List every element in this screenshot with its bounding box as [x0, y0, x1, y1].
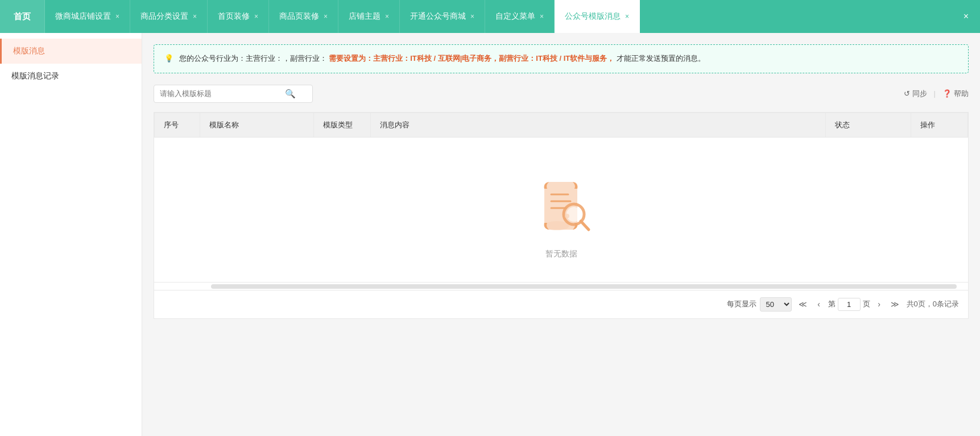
column-header-template-type: 模版类型 [314, 113, 371, 137]
close-tab-product-decoration-icon[interactable]: × [324, 13, 328, 20]
next-page-button[interactable]: › [873, 297, 886, 311]
column-header-message-content: 消息内容 [371, 113, 826, 137]
close-tab-wechat-shop-icon[interactable]: × [115, 13, 119, 20]
sync-button[interactable]: ↺ 同步 [904, 89, 927, 99]
svg-line-6 [581, 221, 589, 230]
last-page-button[interactable]: ≫ [888, 297, 902, 311]
page-unit: 页 [863, 299, 870, 309]
nav-tab-home-decoration[interactable]: 首页装修 × [208, 0, 269, 33]
nav-tab-wechat-shop[interactable]: 微商城店铺设置 × [45, 0, 130, 33]
search-bar: 🔍 ↺ 同步 | ❓ 帮助 [154, 85, 969, 103]
nav-label: 店铺主题 [349, 11, 381, 22]
notice-lightbulb-icon: 💡 [164, 54, 173, 63]
close-tab-open-wechat-mall-icon[interactable]: × [470, 13, 474, 20]
page-size-selector: 每页显示 10 20 50 100 [727, 297, 792, 312]
close-tab-shop-theme-icon[interactable]: × [385, 13, 389, 20]
table-body: 暂无数据 [155, 137, 968, 282]
page-navigation: ≪ ‹ 第 页 › ≫ [796, 297, 902, 311]
search-input-wrapper[interactable]: 🔍 [154, 85, 313, 103]
nav-label: 商品分类设置 [140, 11, 188, 22]
data-table: 序号 模版名称 模版类型 消息内容 状态 操作 [154, 113, 968, 282]
table-container: 序号 模版名称 模版类型 消息内容 状态 操作 [154, 112, 969, 319]
close-tab-template-message-icon[interactable]: × [625, 13, 629, 20]
sidebar-item-label: 模版消息记录 [11, 71, 59, 80]
horizontal-scrollbar[interactable] [154, 282, 968, 290]
nav-tab-shop-theme[interactable]: 店铺主题 × [338, 0, 400, 33]
close-tab-custom-menu-icon[interactable]: × [540, 13, 544, 20]
svg-point-5 [567, 207, 581, 222]
per-page-select[interactable]: 10 20 50 100 [760, 297, 792, 312]
svg-point-7 [565, 214, 569, 218]
scrollbar-track [211, 284, 957, 289]
home-tab-label: 首页 [14, 11, 31, 22]
help-button[interactable]: ❓ 帮助 [942, 89, 969, 99]
column-header-status: 状态 [826, 113, 911, 137]
sidebar-item-template-message[interactable]: 模版消息 [0, 39, 142, 64]
nav-label: 自定义菜单 [495, 11, 535, 22]
total-info: 共0页，0条记录 [907, 299, 959, 309]
top-navigation: 首页 微商城店铺设置 × 商品分类设置 × 首页装修 × 商品页装修 × 店铺主… [0, 0, 980, 33]
notice-highlight: 需要设置为：主营行业：IT科技 / 互联网|电子商务，副营行业：IT科技 / I… [329, 54, 614, 63]
help-icon: ❓ [942, 89, 952, 98]
main-layout: 模版消息 模版消息记录 💡 您的公众号行业为：主营行业：，副营行业： 需要设置为… [0, 33, 980, 436]
nav-tab-open-wechat-mall[interactable]: 开通公众号商城 × [400, 0, 485, 33]
close-tab-product-category-icon[interactable]: × [193, 13, 197, 20]
notice-box: 💡 您的公众号行业为：主营行业：，副营行业： 需要设置为：主营行业：IT科技 /… [154, 44, 969, 73]
first-page-button[interactable]: ≪ [796, 297, 810, 311]
help-label: 帮助 [954, 89, 969, 99]
action-divider: | [934, 89, 936, 98]
sync-icon: ↺ [904, 89, 910, 98]
search-icon[interactable]: 🔍 [285, 89, 296, 99]
column-header-actions: 操作 [911, 113, 968, 137]
nav-tab-custom-menu[interactable]: 自定义菜单 × [485, 0, 555, 33]
nav-label: 首页装修 [218, 11, 250, 22]
page-number-input[interactable] [838, 298, 861, 311]
close-tab-home-decoration-icon[interactable]: × [254, 13, 258, 20]
pagination: 每页显示 10 20 50 100 ≪ ‹ 第 页 › ≫ [154, 290, 968, 318]
column-header-template-name: 模版名称 [200, 113, 314, 137]
prev-page-button[interactable]: ‹ [812, 297, 826, 311]
content-area: 💡 您的公众号行业为：主营行业：，副营行业： 需要设置为：主营行业：IT科技 /… [142, 33, 980, 436]
sync-label: 同步 [912, 89, 927, 99]
table-header: 序号 模版名称 模版类型 消息内容 状态 操作 [155, 113, 968, 137]
nav-tab-product-category[interactable]: 商品分类设置 × [130, 0, 208, 33]
sidebar-item-template-message-records[interactable]: 模版消息记录 [0, 64, 142, 89]
nav-label: 公众号模版消息 [565, 11, 621, 22]
empty-state: 暂无数据 [155, 138, 968, 282]
page-label: 第 [828, 299, 836, 309]
nav-label: 微商城店铺设置 [55, 11, 111, 22]
nav-tab-home[interactable]: 首页 [0, 0, 45, 33]
nav-tab-product-decoration[interactable]: 商品页装修 × [269, 0, 338, 33]
close-all-tabs-button[interactable]: × [952, 11, 980, 22]
column-header-index: 序号 [155, 113, 200, 137]
nav-tab-template-message[interactable]: 公众号模版消息 × [555, 0, 640, 33]
search-input[interactable] [160, 89, 285, 98]
per-page-label: 每页显示 [727, 299, 756, 309]
notice-suffix: 才能正常发送预置的消息。 [617, 54, 705, 63]
nav-label: 商品页装修 [279, 11, 319, 22]
empty-state-text: 暂无数据 [545, 249, 577, 259]
sidebar: 模版消息 模版消息记录 [0, 33, 142, 436]
empty-state-illustration [527, 172, 596, 240]
nav-label: 开通公众号商城 [410, 11, 466, 22]
sidebar-item-label: 模版消息 [13, 46, 45, 55]
search-actions: ↺ 同步 | ❓ 帮助 [904, 89, 969, 99]
notice-prefix: 您的公众号行业为：主营行业：，副营行业： [179, 54, 327, 63]
